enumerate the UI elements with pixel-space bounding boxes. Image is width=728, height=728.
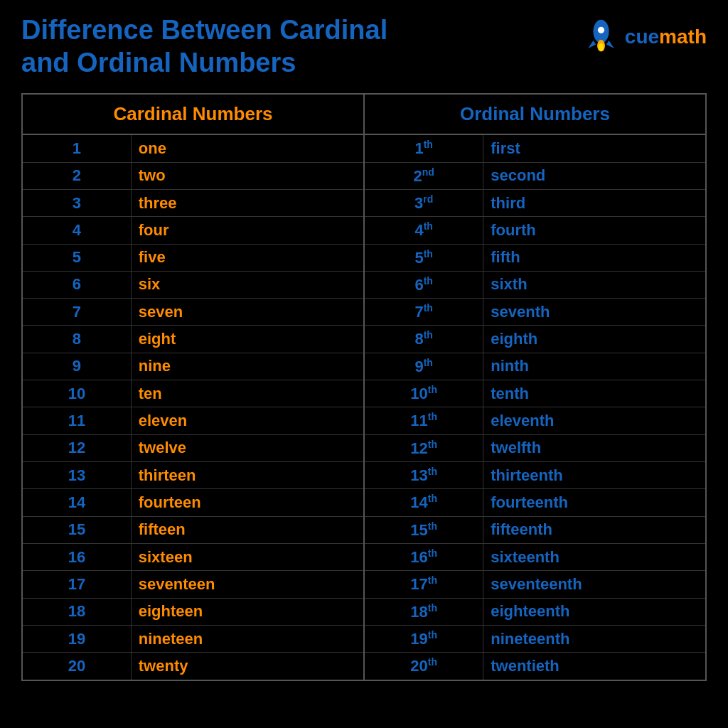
ordinal-word-cell: second	[483, 162, 705, 189]
table-row: 2 two 2nd second	[23, 162, 705, 189]
cardinal-number-cell: 3	[23, 189, 131, 216]
table-row: 3 three 3rd third	[23, 189, 705, 216]
ordinal-number-cell: 17th	[364, 571, 483, 598]
svg-marker-2	[588, 41, 596, 48]
table-row: 1 one 1th first	[23, 134, 705, 162]
table-row: 8 eight 8th eighth	[23, 326, 705, 353]
svg-marker-3	[606, 41, 614, 48]
ordinal-number-cell: 11th	[364, 407, 483, 434]
cardinal-word-cell: thirteen	[131, 462, 364, 489]
logo-area: cuemath	[582, 17, 707, 56]
numbers-table: Cardinal Numbers Ordinal Numbers 1 one 1…	[23, 95, 705, 680]
ordinal-number-cell: 5th	[364, 244, 483, 271]
ordinal-number-cell: 2nd	[364, 162, 483, 189]
ordinal-word-cell: seventeenth	[483, 571, 705, 598]
table-header-row: Cardinal Numbers Ordinal Numbers	[23, 95, 705, 134]
ordinal-numbers-header: Ordinal Numbers	[364, 95, 705, 134]
cardinal-word-cell: twelve	[131, 434, 364, 461]
cardinal-word-cell: three	[131, 189, 364, 216]
table-row: 14 fourteen 14th fourteenth	[23, 489, 705, 516]
cardinal-number-cell: 5	[23, 244, 131, 271]
logo-cue: cue	[625, 26, 659, 48]
cardinal-number-cell: 1	[23, 134, 131, 162]
page-wrapper: Difference Between Cardinal and Ordinal …	[0, 0, 728, 728]
main-table-container: Cardinal Numbers Ordinal Numbers 1 one 1…	[21, 93, 707, 681]
cardinal-number-cell: 11	[23, 407, 131, 434]
table-row: 10 ten 10th tenth	[23, 380, 705, 407]
ordinal-number-cell: 4th	[364, 217, 483, 244]
cardinal-word-cell: eight	[131, 326, 364, 353]
table-row: 15 fifteen 15th fifteenth	[23, 516, 705, 543]
ordinal-word-cell: seventh	[483, 299, 705, 326]
cardinal-number-cell: 2	[23, 162, 131, 189]
table-row: 9 nine 9th ninth	[23, 353, 705, 380]
cardinal-word-cell: fourteen	[131, 489, 364, 516]
table-row: 11 eleven 11th eleventh	[23, 407, 705, 434]
table-row: 12 twelve 12th twelfth	[23, 434, 705, 461]
ordinal-number-cell: 20th	[364, 653, 483, 680]
ordinal-word-cell: nineteenth	[483, 626, 705, 653]
ordinal-number-cell: 8th	[364, 326, 483, 353]
cardinal-number-cell: 18	[23, 598, 131, 625]
ordinal-number-cell: 15th	[364, 516, 483, 543]
cardinal-word-cell: eighteen	[131, 598, 364, 625]
logo-math: math	[659, 26, 707, 48]
table-row: 7 seven 7th seventh	[23, 299, 705, 326]
cardinal-numbers-header: Cardinal Numbers	[23, 95, 364, 134]
table-row: 17 seventeen 17th seventeenth	[23, 571, 705, 598]
title-line2: and Ordinal Numbers	[21, 48, 296, 77]
cardinal-word-cell: seven	[131, 299, 364, 326]
cardinal-word-cell: fifteen	[131, 516, 364, 543]
cardinal-word-cell: one	[131, 134, 364, 162]
title-line1: Difference Between Cardinal	[21, 15, 387, 45]
ordinal-word-cell: thirteenth	[483, 462, 705, 489]
table-row: 20 twenty 20th twentieth	[23, 653, 705, 680]
page-title: Difference Between Cardinal and Ordinal …	[21, 14, 387, 79]
cardinal-word-cell: ten	[131, 380, 364, 407]
rocket-icon	[582, 17, 621, 56]
cardinal-word-cell: sixteen	[131, 544, 364, 571]
table-row: 6 six 6th sixth	[23, 271, 705, 298]
cardinal-word-cell: seventeen	[131, 571, 364, 598]
table-row: 19 nineteen 19th nineteenth	[23, 626, 705, 653]
ordinal-number-cell: 19th	[364, 626, 483, 653]
cardinal-word-cell: five	[131, 244, 364, 271]
ordinal-word-cell: fourth	[483, 217, 705, 244]
table-row: 5 five 5th fifth	[23, 244, 705, 271]
cardinal-number-cell: 8	[23, 326, 131, 353]
table-row: 13 thirteen 13th thirteenth	[23, 462, 705, 489]
cardinal-number-cell: 6	[23, 271, 131, 298]
ordinal-word-cell: sixth	[483, 271, 705, 298]
cardinal-number-cell: 4	[23, 217, 131, 244]
ordinal-word-cell: twelfth	[483, 434, 705, 461]
cardinal-word-cell: nineteen	[131, 626, 364, 653]
cardinal-word-cell: nine	[131, 353, 364, 380]
cardinal-number-cell: 7	[23, 299, 131, 326]
table-row: 16 sixteen 16th sixteenth	[23, 544, 705, 571]
cardinal-word-cell: six	[131, 271, 364, 298]
ordinal-number-cell: 1th	[364, 134, 483, 162]
cardinal-number-cell: 9	[23, 353, 131, 380]
ordinal-word-cell: sixteenth	[483, 544, 705, 571]
ordinal-number-cell: 6th	[364, 271, 483, 298]
ordinal-number-cell: 13th	[364, 462, 483, 489]
table-row: 4 four 4th fourth	[23, 217, 705, 244]
table-row: 18 eighteen 18th eighteenth	[23, 598, 705, 625]
header: Difference Between Cardinal and Ordinal …	[21, 14, 707, 79]
cardinal-number-cell: 20	[23, 653, 131, 680]
cardinal-number-cell: 12	[23, 434, 131, 461]
cardinal-number-cell: 10	[23, 380, 131, 407]
ordinal-number-cell: 16th	[364, 544, 483, 571]
cardinal-number-cell: 15	[23, 516, 131, 543]
ordinal-word-cell: twentieth	[483, 653, 705, 680]
svg-point-1	[598, 27, 604, 33]
ordinal-word-cell: fourteenth	[483, 489, 705, 516]
cardinal-word-cell: twenty	[131, 653, 364, 680]
ordinal-word-cell: eighth	[483, 326, 705, 353]
ordinal-word-cell: fifth	[483, 244, 705, 271]
ordinal-number-cell: 9th	[364, 353, 483, 380]
svg-point-5	[599, 43, 604, 51]
ordinal-word-cell: tenth	[483, 380, 705, 407]
cardinal-number-cell: 16	[23, 544, 131, 571]
ordinal-number-cell: 10th	[364, 380, 483, 407]
